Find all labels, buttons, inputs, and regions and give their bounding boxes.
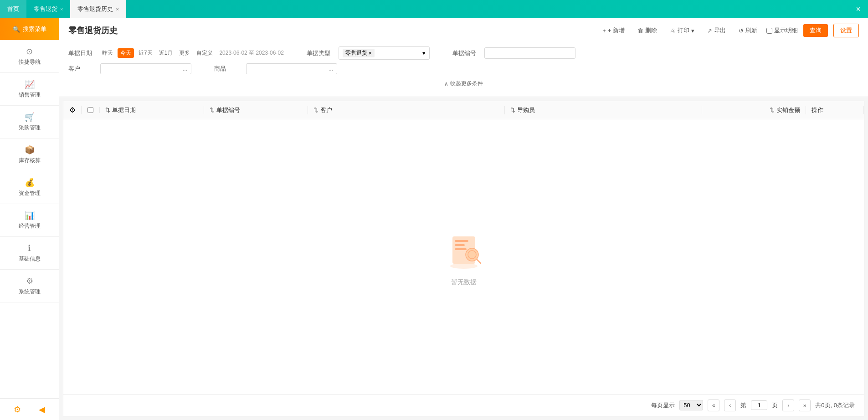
print-button[interactable]: 🖨 打印 ▾ bbox=[666, 25, 698, 36]
svg-point-0 bbox=[450, 263, 478, 269]
basic-info-icon: ℹ bbox=[28, 243, 31, 253]
sidebar-item-inventory-label: 库存核算 bbox=[19, 157, 41, 164]
empty-state: 暂无数据 bbox=[63, 119, 864, 394]
date-more-btn[interactable]: 更多 bbox=[177, 48, 192, 58]
finance-icon: 💰 bbox=[25, 178, 35, 188]
sidebar: 🔍 搜索菜单 ⊙ 快捷导航 📈 销售管理 🛒 采购管理 📦 库存核算 💰 bbox=[0, 18, 59, 420]
window-close-button[interactable]: × bbox=[848, 5, 868, 14]
print-label: 打印 bbox=[678, 26, 689, 35]
refresh-button[interactable]: ↺ 刷新 bbox=[735, 25, 761, 36]
first-page-icon: « bbox=[712, 402, 715, 409]
type-filter-tag-text: 零售退货 bbox=[345, 49, 367, 57]
date-7days-btn[interactable]: 近7天 bbox=[137, 48, 154, 58]
next-page-icon: › bbox=[787, 402, 789, 409]
collapse-sidebar-icon[interactable]: ◀ bbox=[39, 405, 45, 415]
sidebar-item-basic-info[interactable]: ℹ 基础信息 bbox=[0, 237, 59, 270]
per-page-select[interactable]: 50 10 20 100 bbox=[679, 400, 703, 410]
total-records-label: 共0页, 0条记录 bbox=[815, 401, 855, 410]
settings-button[interactable]: 设置 bbox=[833, 24, 859, 37]
settings-gear-icon[interactable]: ⚙ bbox=[14, 405, 21, 415]
first-page-btn[interactable]: « bbox=[708, 400, 719, 411]
sidebar-item-operations-label: 经营管理 bbox=[19, 222, 41, 230]
th-number: ⇅ 单据编号 bbox=[204, 106, 308, 114]
sidebar-search-label: 搜索菜单 bbox=[23, 25, 46, 33]
svg-rect-4 bbox=[455, 248, 467, 250]
th-guide: ⇅ 导购员 bbox=[505, 106, 702, 114]
number-filter-label: 单据编号 bbox=[452, 49, 480, 57]
collapse-label: 收起更多条件 bbox=[450, 80, 483, 87]
goods-dots-icon: ... bbox=[329, 66, 333, 72]
tab-retail-return-close[interactable]: × bbox=[60, 6, 63, 12]
last-page-btn[interactable]: » bbox=[799, 400, 811, 411]
sort-date-icon[interactable]: ⇅ bbox=[105, 107, 110, 113]
sidebar-item-sales[interactable]: 📈 销售管理 bbox=[0, 73, 59, 106]
customer-filter-label: 客户 bbox=[68, 65, 96, 73]
table-header: ⚙ ⇅ 单据日期 ⇅ 单据编号 ⇅ 客户 ⇅ bbox=[63, 101, 864, 119]
print-icon: 🖨 bbox=[670, 27, 676, 34]
page-number-input[interactable] bbox=[751, 400, 767, 410]
sidebar-item-purchase[interactable]: 🛒 采购管理 bbox=[0, 106, 59, 138]
customer-filter-select[interactable]: ... bbox=[100, 63, 191, 74]
page-header-top: 零售退货历史 + + 新增 🗑 删除 🖨 打印 ▾ bbox=[68, 24, 859, 37]
date-1month-btn[interactable]: 近1月 bbox=[157, 48, 175, 58]
type-filter-tag: 零售退货 × bbox=[343, 49, 375, 57]
add-icon: + bbox=[602, 27, 606, 34]
type-filter-select[interactable]: 零售退货 × ▾ bbox=[339, 46, 430, 60]
tab-retail-history[interactable]: 零售退货历史 × bbox=[70, 0, 126, 18]
goods-filter-select[interactable]: ... bbox=[246, 63, 337, 74]
sidebar-item-finance[interactable]: 💰 资金管理 bbox=[0, 171, 59, 204]
column-settings-icon[interactable]: ⚙ bbox=[69, 106, 76, 114]
sidebar-search[interactable]: 🔍 搜索菜单 bbox=[0, 18, 59, 40]
th-checkbox[interactable] bbox=[82, 107, 100, 113]
tab-home[interactable]: 首页 bbox=[0, 0, 26, 18]
sidebar-item-system[interactable]: ⚙ 系统管理 bbox=[0, 270, 59, 302]
settings-label: 设置 bbox=[840, 26, 852, 35]
show-detail-checkbox-input[interactable] bbox=[766, 28, 772, 34]
svg-rect-3 bbox=[455, 244, 465, 246]
sort-number-icon[interactable]: ⇅ bbox=[210, 107, 215, 113]
sort-guide-icon[interactable]: ⇅ bbox=[510, 107, 515, 113]
page-title: 零售退货历史 bbox=[68, 25, 118, 36]
filter-row-2: 客户 ... 商品 ... bbox=[68, 63, 859, 74]
prev-page-btn[interactable]: ‹ bbox=[724, 400, 736, 411]
th-settings[interactable]: ⚙ bbox=[63, 106, 82, 114]
show-detail-toggle[interactable]: 显示明细 bbox=[766, 26, 798, 35]
sidebar-item-system-label: 系统管理 bbox=[19, 288, 41, 296]
th-number-label: 单据编号 bbox=[216, 106, 240, 114]
sidebar-bottom: ⚙ ◀ bbox=[0, 398, 59, 420]
delete-icon: 🗑 bbox=[637, 27, 643, 34]
sort-customer-icon[interactable]: ⇅ bbox=[313, 107, 318, 113]
sidebar-item-quick-nav-label: 快捷导航 bbox=[19, 58, 41, 66]
search-icon: 🔍 bbox=[13, 26, 20, 33]
export-button[interactable]: ↗ 导出 bbox=[704, 25, 729, 36]
tab-retail-return-label: 零售退货 bbox=[34, 5, 57, 13]
add-button[interactable]: + + 新增 bbox=[599, 25, 628, 36]
tab-retail-return[interactable]: 零售退货 × bbox=[26, 0, 70, 18]
page-header: 零售退货历史 + + 新增 🗑 删除 🖨 打印 ▾ bbox=[59, 18, 868, 97]
pagination: 每页显示 50 10 20 100 « ‹ 第 页 › bbox=[63, 394, 864, 416]
export-icon: ↗ bbox=[707, 27, 712, 34]
filter-row-1: 单据日期 昨天 今天 近7天 近1月 更多 自定义 2023-06-02 至 2… bbox=[68, 46, 859, 60]
svg-line-7 bbox=[477, 260, 481, 263]
date-yesterday-btn[interactable]: 昨天 bbox=[100, 48, 115, 58]
th-guide-label: 导购员 bbox=[517, 106, 535, 114]
tab-retail-history-close[interactable]: × bbox=[116, 6, 118, 12]
sidebar-item-inventory[interactable]: 📦 库存核算 bbox=[0, 138, 59, 171]
number-filter-input[interactable] bbox=[484, 47, 575, 59]
date-custom-btn[interactable]: 自定义 bbox=[195, 48, 215, 58]
date-filter-label: 单据日期 bbox=[68, 49, 96, 57]
delete-button[interactable]: 🗑 删除 bbox=[634, 25, 661, 36]
collapse-filter-btn[interactable]: ∧ 收起更多条件 bbox=[444, 80, 483, 87]
tag-close-icon[interactable]: × bbox=[369, 50, 372, 56]
query-button[interactable]: 查询 bbox=[803, 24, 828, 37]
date-today-btn[interactable]: 今天 bbox=[118, 48, 134, 58]
table-area: ⚙ ⇅ 单据日期 ⇅ 单据编号 ⇅ 客户 ⇅ bbox=[63, 101, 864, 416]
sort-amount-icon[interactable]: ⇅ bbox=[770, 107, 775, 113]
sidebar-item-quick-nav[interactable]: ⊙ 快捷导航 bbox=[0, 40, 59, 73]
sidebar-item-operations[interactable]: 📊 经营管理 bbox=[0, 204, 59, 237]
quick-nav-icon: ⊙ bbox=[26, 46, 33, 56]
select-all-checkbox[interactable] bbox=[87, 107, 93, 113]
toolbar: + + 新增 🗑 删除 🖨 打印 ▾ ↗ 导出 bbox=[599, 24, 859, 37]
next-page-btn[interactable]: › bbox=[782, 400, 794, 411]
system-icon: ⚙ bbox=[26, 276, 33, 286]
